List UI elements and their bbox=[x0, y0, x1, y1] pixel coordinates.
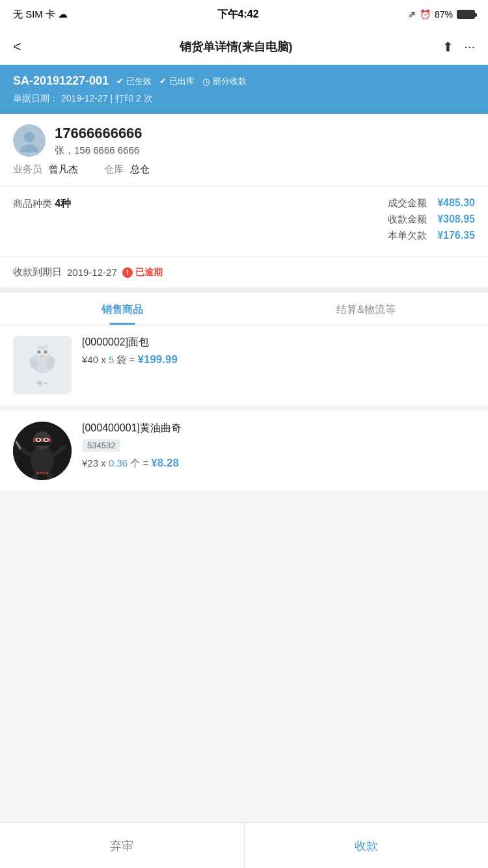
tabs-bar: 销售商品 结算&物流等 bbox=[0, 293, 488, 325]
overdue-icon: ! bbox=[122, 267, 133, 278]
order-date: 2019-12-27 bbox=[61, 93, 108, 103]
clock-icon-partial bbox=[202, 76, 210, 87]
salesperson-block: 业务员 曾凡杰 bbox=[13, 163, 78, 176]
page-title: 销货单详情(来自电脑) bbox=[29, 39, 442, 55]
status-bar: 无 SIM 卡 ☁ 下午4:42 ⇗ ⏰ 87% bbox=[0, 0, 488, 29]
order-number: SA-20191227-001 bbox=[13, 74, 109, 88]
order-header-top: SA-20191227-001 已生效 已出库 部分收款 bbox=[13, 74, 475, 88]
deal-amount-value: ¥485.30 bbox=[437, 197, 475, 210]
svg-marker-12 bbox=[45, 343, 49, 347]
owed-amount-value: ¥176.35 bbox=[437, 230, 475, 242]
check-icon-shipped bbox=[159, 76, 167, 86]
customer-phone: 17666666666 bbox=[55, 125, 142, 142]
product-thumbnail-1: 鱼+ bbox=[13, 336, 72, 394]
received-amount-label: 收款金额 bbox=[388, 213, 427, 226]
svg-point-0 bbox=[24, 132, 34, 142]
summary-categories: 商品种类 4种 bbox=[13, 197, 71, 211]
customer-name-contact: 张，156 6666 6666 bbox=[55, 144, 142, 157]
overdue-badge: ! 已逾期 bbox=[122, 267, 163, 278]
svg-point-21 bbox=[45, 439, 47, 441]
product-total-1: ¥199.99 bbox=[138, 353, 178, 366]
product-thumbnail-2: ●●●● bbox=[13, 422, 72, 480]
owed-amount-label: 本单欠款 bbox=[388, 230, 427, 242]
deal-amount-row: 成交金额 ¥485.30 bbox=[388, 197, 475, 210]
avatar bbox=[13, 124, 46, 157]
product-info-2: [000400001]黄油曲奇 534532 ¥23 x 0.36 个 = ¥8… bbox=[82, 422, 475, 470]
no-sim-text: 无 SIM 卡 ☁ bbox=[13, 8, 68, 21]
nav-right-buttons: ⬆ ··· bbox=[442, 39, 475, 55]
svg-point-1 bbox=[20, 144, 38, 152]
product-name-2: [000400001]黄油曲奇 bbox=[82, 422, 475, 435]
print-count: 2 bbox=[136, 93, 141, 103]
back-button[interactable]: < bbox=[13, 38, 21, 55]
payment-due-label: 收款到期日 bbox=[13, 266, 62, 278]
cancel-button[interactable]: 弃审 bbox=[0, 823, 245, 868]
svg-text:●●●●: ●●●● bbox=[36, 470, 48, 476]
date-label: 单据日期： bbox=[13, 93, 59, 103]
print-separator: | 打印 bbox=[110, 93, 133, 103]
overdue-label: 已逾期 bbox=[135, 267, 163, 278]
battery-text: 87% bbox=[435, 9, 453, 20]
product-price-row-1: ¥40 x 5 袋 = ¥199.99 bbox=[82, 353, 475, 366]
list-item: 鱼+ [0000002]面包 ¥40 x 5 袋 = ¥199.99 bbox=[0, 325, 488, 405]
product-unit-2: 个 bbox=[130, 457, 140, 468]
product-price-2: ¥23 bbox=[82, 457, 98, 468]
location-icon: ⇗ bbox=[408, 9, 416, 20]
deal-amount-label: 成交金额 bbox=[388, 197, 427, 210]
customer-row: 17666666666 张，156 6666 6666 bbox=[13, 124, 475, 157]
status-left: 无 SIM 卡 ☁ bbox=[13, 8, 68, 21]
tab-settlement[interactable]: 结算&物流等 bbox=[244, 293, 488, 325]
warehouse-label: 仓库 bbox=[104, 163, 124, 174]
category-label: 商品种类 bbox=[13, 198, 52, 209]
payment-due-date: 2019-12-27 bbox=[67, 267, 117, 278]
status-right: ⇗ ⏰ 87% bbox=[408, 9, 475, 20]
salesperson-label: 业务员 bbox=[13, 163, 42, 174]
product-image-2: ●●●● bbox=[13, 422, 72, 480]
warehouse-value: 总仓 bbox=[130, 163, 150, 174]
product-info-1: [0000002]面包 ¥40 x 5 袋 = ¥199.99 bbox=[82, 336, 475, 366]
alarm-icon: ⏰ bbox=[420, 9, 431, 20]
svg-point-7 bbox=[44, 350, 47, 354]
order-date-row: 单据日期： 2019-12-27 | 打印 2 次 bbox=[13, 93, 475, 105]
product-name-1: [0000002]面包 bbox=[82, 336, 475, 349]
category-count: 4种 bbox=[55, 198, 71, 209]
product-qty-2: 0.36 bbox=[109, 457, 128, 468]
payment-due-section: 收款到期日 2019-12-27 ! 已逾期 bbox=[0, 257, 488, 293]
received-amount-row: 收款金额 ¥308.95 bbox=[388, 213, 475, 226]
product-sku-2: 534532 bbox=[82, 439, 120, 452]
print-suffix: 次 bbox=[144, 93, 153, 103]
customer-section: 17666666666 张，156 6666 6666 业务员 曾凡杰 仓库 总… bbox=[0, 114, 488, 187]
customer-info-block: 17666666666 张，156 6666 6666 bbox=[55, 125, 142, 157]
owl-placeholder: 鱼+ bbox=[13, 336, 72, 394]
battery-icon bbox=[457, 10, 475, 19]
summary-amounts: 成交金额 ¥485.30 收款金额 ¥308.95 本单欠款 ¥176.35 bbox=[388, 197, 475, 246]
status-badge-effective: 已生效 bbox=[116, 75, 152, 87]
list-item: ●●●● [000400001]黄油曲奇 534532 ¥23 x 0.36 个… bbox=[0, 411, 488, 491]
summary-section: 商品种类 4种 成交金额 ¥485.30 收款金额 ¥308.95 本单欠款 ¥… bbox=[0, 187, 488, 257]
owed-amount-row: 本单欠款 ¥176.35 bbox=[388, 230, 475, 242]
status-time: 下午4:42 bbox=[217, 8, 259, 21]
order-header: SA-20191227-001 已生效 已出库 部分收款 单据日期： 2019-… bbox=[0, 65, 488, 114]
svg-marker-11 bbox=[36, 343, 40, 347]
check-icon-effective bbox=[116, 76, 124, 86]
received-amount-value: ¥308.95 bbox=[437, 213, 475, 226]
salesperson-value: 曾凡杰 bbox=[49, 163, 78, 174]
product-unit-1: 袋 bbox=[116, 354, 126, 365]
product-price-row-2: ¥23 x 0.36 个 = ¥8.28 bbox=[82, 457, 475, 470]
product-list: 鱼+ [0000002]面包 ¥40 x 5 袋 = ¥199.99 bbox=[0, 325, 488, 491]
customer-detail-row: 业务员 曾凡杰 仓库 总仓 bbox=[13, 163, 475, 176]
product-qty-1: 5 bbox=[109, 354, 114, 365]
product-price-1: ¥40 bbox=[82, 354, 98, 365]
more-icon[interactable]: ··· bbox=[464, 39, 475, 54]
status-badge-partial: 部分收款 bbox=[202, 75, 247, 87]
svg-rect-17 bbox=[33, 442, 51, 446]
nav-bar: < 销货单详情(来自电脑) ⬆ ··· bbox=[0, 29, 488, 65]
svg-point-20 bbox=[37, 439, 40, 441]
bottom-action-bar: 弃审 收款 bbox=[0, 822, 488, 868]
confirm-button[interactable]: 收款 bbox=[245, 823, 489, 868]
status-badge-shipped: 已出库 bbox=[159, 75, 195, 87]
share-icon[interactable]: ⬆ bbox=[442, 39, 454, 55]
tab-products[interactable]: 销售商品 bbox=[0, 293, 244, 325]
warehouse-block: 仓库 总仓 bbox=[104, 163, 150, 176]
product-total-2: ¥8.28 bbox=[151, 457, 179, 469]
